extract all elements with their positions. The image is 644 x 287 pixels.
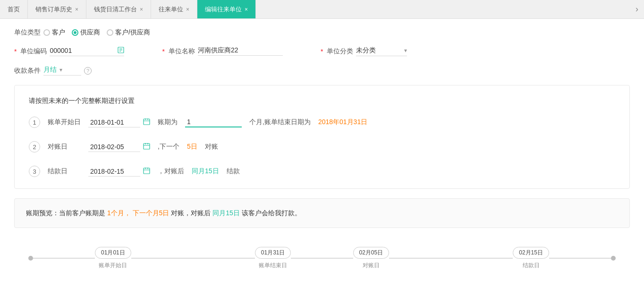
unit-name-input-wrapper [198,47,283,56]
unit-type-radio-group: 客户 供应商 客户/供应商 [43,28,150,37]
unit-code-label: 单位编码 [20,47,47,56]
tab-partner-close[interactable]: × [186,6,189,13]
radio-customer-circle [43,29,50,36]
unit-name-input[interactable] [198,47,283,54]
step-2-calendar-icon[interactable] [143,143,150,151]
tab-cash-close[interactable]: × [140,6,143,13]
step-3-desc-prefix: ，对账后 [158,167,184,176]
timeline-node-1-badge: 01月01日 [95,247,131,259]
radio-both[interactable]: 客户/供应商 [107,28,150,37]
timeline-section: 01月01日 账单开始日 01月31日 账单结束日 02月05日 对账日 02月… [14,239,630,277]
payment-terms-help[interactable]: ? [84,67,92,75]
panel-title: 请按照未来的一个完整帐期进行设置 [29,97,615,105]
payment-terms-select[interactable]: 月结 ▾ [43,66,81,76]
main-content: 单位类型 客户 供应商 客户/供应商 * 单位编码 [0,19,644,287]
step-2-label: 对账日 [48,143,81,151]
unit-category-field: * 单位分类 未分类 ▾ [321,46,450,56]
payment-terms-value: 月结 [43,66,57,74]
timeline-node-4-badge: 02月15日 [513,247,549,259]
tab-more-button[interactable]: › [630,0,644,18]
tab-edit-partner[interactable]: 编辑往来单位 × [197,0,256,18]
unit-category-arrow: ▾ [404,47,407,54]
tab-home-label: 首页 [8,5,20,14]
tab-sales-close[interactable]: × [75,6,78,13]
preview-middle: 对账，对账后 [171,209,211,217]
unit-category-select-wrapper: 未分类 ▾ [356,46,450,56]
radio-both-label: 客户/供应商 [115,28,150,37]
step-1-date-field[interactable] [88,118,140,127]
timeline-node-2: 01月31日 账单结束日 [255,247,291,270]
unit-category-star: * [321,48,323,55]
step-3-row: 3 结款日 ，对账后 同月15日 结款 [29,166,615,177]
step-1-period-end: 2018年01月31日 [318,118,367,127]
payment-terms-field: 收款条件 月结 ▾ ? [14,66,92,76]
timeline-node-3-label: 对账日 [363,262,380,270]
preview-section: 账期预览：当前客户账期是 1个月， 下一个月5日 对账，对账后 同月15日 该客… [14,198,630,228]
svg-rect-12 [144,168,150,174]
step-3-date-field[interactable] [88,167,140,177]
step-3-desc-suffix: 结款 [227,167,240,176]
radio-both-circle [107,29,113,36]
svg-rect-8 [144,144,150,149]
step-1-number: 1 [29,117,40,128]
unit-code-field: * 单位编码 [14,47,124,56]
step-1-period-input[interactable] [185,117,242,127]
timeline-line-4 [389,258,513,259]
timeline-line-5 [549,258,611,259]
step-1-period-label: 账期为 [158,118,178,127]
tab-partner-label: 往来单位 [159,5,183,14]
step-3-number: 3 [29,166,40,177]
unit-name-label: 单位名称 [169,47,195,56]
settings-panel: 请按照未来的一个完整帐期进行设置 1 账单开始日 账期为 个月,账单结束日期为 … [14,85,630,189]
step-2-date-field[interactable] [88,142,140,152]
payment-terms-arrow: ▾ [59,67,62,73]
unit-code-input[interactable] [50,47,116,54]
step-3-label: 结款日 [48,167,81,176]
step-1-label: 账单开始日 [48,118,81,127]
timeline-line-1 [33,258,95,259]
unit-type-row: 单位类型 客户 供应商 客户/供应商 [14,28,630,37]
unit-code-star: * [14,48,17,55]
unit-code-icon[interactable] [118,47,124,55]
radio-supplier-label: 供应商 [80,28,100,37]
step-2-date-input [88,142,150,152]
step-3-date-input [88,167,150,177]
timeline-line-2 [131,258,255,259]
timeline-node-1-label: 账单开始日 [99,262,127,270]
unit-name-star: * [162,48,164,55]
unit-name-field: * 单位名称 [162,47,282,56]
timeline-node-4-label: 结款日 [523,262,540,270]
radio-customer[interactable]: 客户 [43,28,65,37]
tab-home[interactable]: 首页 [0,0,28,18]
timeline-node-2-badge: 01月31日 [255,247,291,259]
step-1-period-unit: 个月,账单结束日期为 [249,118,311,127]
preview-part2: 下一个月5日 [133,209,169,217]
tab-partner[interactable]: 往来单位 × [151,0,197,18]
payment-terms-label: 收款条件 [14,67,41,75]
step-2-desc-prefix: ,下一个 [158,143,179,151]
tab-edit-partner-label: 编辑往来单位 [205,5,242,14]
preview-text: 账期预览：当前客户账期是 1个月， 下一个月5日 对账，对账后 同月15日 该客… [26,207,618,219]
unit-category-select[interactable]: 未分类 ▾ [356,46,407,56]
tab-edit-partner-close[interactable]: × [245,6,248,13]
timeline-end-dot [611,256,616,261]
timeline-node-3: 02月05日 对账日 [353,247,390,270]
timeline-start-dot [28,256,33,261]
step-2-desc-suffix: 对账 [205,143,218,151]
step-1-calendar-icon[interactable] [143,118,150,127]
step-2-desc-highlight: 5日 [187,143,197,151]
radio-supplier[interactable]: 供应商 [72,28,100,37]
unit-code-input-wrapper [50,47,124,56]
svg-rect-4 [144,119,150,125]
radio-supplier-circle [72,29,78,36]
radio-customer-label: 客户 [52,28,65,37]
tab-cash-label: 钱货日清工作台 [94,5,137,14]
tab-sales-order[interactable]: 销售订单历史 × [28,0,86,18]
step-3-desc-highlight: 同月15日 [192,167,219,176]
tab-bar: 首页 销售订单历史 × 钱货日清工作台 × 往来单位 × 编辑往来单位 × › [0,0,644,19]
tab-cash-work[interactable]: 钱货日清工作台 × [86,0,151,18]
timeline-node-2-label: 账单结束日 [259,262,287,270]
step-3-calendar-icon[interactable] [143,167,150,176]
unit-type-label: 单位类型 [14,28,41,37]
payment-terms-row: 收款条件 月结 ▾ ? [14,66,630,76]
